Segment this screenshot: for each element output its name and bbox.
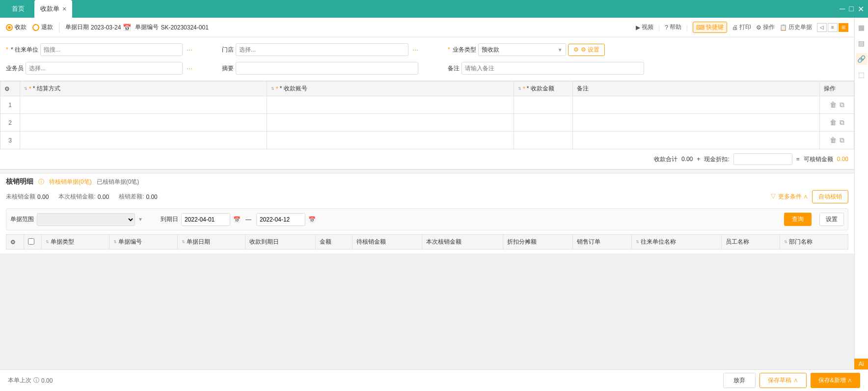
sidebar-expand-icon[interactable]: ⬚: [856, 69, 868, 81]
calendar-icon-2[interactable]: 📅: [233, 216, 241, 223]
biz-type-select[interactable]: 预收款 ▼: [478, 43, 566, 56]
save-draft-button[interactable]: 保存草稿 ∧: [760, 373, 806, 388]
select-all-checkbox[interactable]: [28, 238, 34, 245]
auto-writeoff-btn[interactable]: 自动核销: [812, 190, 848, 203]
table-row: 2 🗑 ⧉: [0, 114, 854, 132]
row1-account[interactable]: [267, 96, 514, 114]
partner-more-btn[interactable]: ···: [187, 46, 192, 54]
row1-settle[interactable]: [20, 96, 267, 114]
sidebar-list-icon[interactable]: ▤: [856, 37, 868, 49]
salesman-more-btn[interactable]: ···: [187, 64, 192, 72]
remark-input[interactable]: [461, 62, 644, 75]
row1-account-input[interactable]: [267, 96, 514, 113]
shop-more-btn[interactable]: ···: [412, 46, 418, 54]
tab-active-label: 收款单: [40, 4, 59, 13]
sidebar-link-icon[interactable]: 🔗: [856, 53, 868, 65]
row3-copy-icon[interactable]: ⧉: [840, 136, 844, 144]
row2-account[interactable]: [267, 114, 514, 132]
discard-button[interactable]: 放弃: [723, 373, 756, 388]
video-btn[interactable]: ▶ 视频: [636, 23, 653, 31]
tab-home[interactable]: 首页: [4, 0, 32, 18]
tab-close-icon[interactable]: ×: [62, 5, 66, 12]
row2-account-input[interactable]: [267, 114, 514, 131]
salesman-input[interactable]: [26, 62, 183, 75]
bth-settings[interactable]: ⚙: [6, 235, 24, 250]
help-btn[interactable]: ? 帮助: [665, 23, 681, 31]
current-value: 0.00: [98, 194, 109, 200]
radio-receive[interactable]: 收款: [6, 23, 27, 31]
save-new-button[interactable]: 保存&新增 ∧: [811, 373, 860, 388]
row3-account-input[interactable]: [267, 132, 514, 149]
row3-delete-icon[interactable]: 🗑: [830, 136, 837, 144]
history-btn[interactable]: 📋 历史单据: [780, 23, 812, 31]
sort-icon-2: ⇅: [271, 86, 274, 91]
row1-settle-input[interactable]: [20, 96, 267, 113]
row1-amount-input[interactable]: [514, 96, 572, 113]
ai-badge[interactable]: Ai: [854, 359, 868, 369]
row3-settle-input[interactable]: [20, 132, 267, 149]
memo-input[interactable]: [236, 62, 418, 75]
minimize-icon[interactable]: ─: [840, 4, 845, 14]
calendar-icon-3[interactable]: 📅: [308, 216, 316, 223]
row2-amount[interactable]: [514, 114, 573, 132]
print-btn[interactable]: 🖨 打印: [732, 23, 751, 31]
due-label: 到期日: [161, 215, 178, 223]
pending-tab[interactable]: 待核销单据(0笔): [49, 178, 92, 186]
row3-remark-input[interactable]: [573, 132, 819, 149]
query-btn[interactable]: 查询: [784, 213, 812, 226]
partner-input[interactable]: [40, 43, 183, 56]
shortcut-btn[interactable]: ⌨ 快捷键: [693, 22, 727, 33]
row2-amount-input[interactable]: [514, 114, 572, 131]
close-icon[interactable]: ✕: [858, 4, 864, 14]
help-icon: ?: [665, 24, 668, 31]
th-settings[interactable]: ⚙: [0, 82, 20, 96]
date-to-input[interactable]: [256, 213, 305, 226]
layout-icon-1[interactable]: ◁: [817, 23, 827, 32]
info-icon[interactable]: ⓘ: [38, 178, 44, 186]
radio-refund[interactable]: 退款: [32, 23, 53, 31]
row3-account[interactable]: [267, 132, 514, 149]
radio-dot-refund: [32, 24, 39, 31]
shortcut-icon: ⌨: [696, 24, 705, 31]
tab-active[interactable]: 收款单 ×: [34, 0, 72, 18]
row1-remark[interactable]: [573, 96, 820, 114]
form-row-2: 业务员 ··· 摘要 备注: [6, 60, 848, 77]
row3-amount-input[interactable]: [514, 132, 572, 149]
row2-remark[interactable]: [573, 114, 820, 132]
discount-input[interactable]: [733, 153, 792, 165]
layout-icon-list[interactable]: ≡: [828, 23, 838, 32]
operation-btn[interactable]: ⚙ 操作: [756, 23, 775, 31]
more-conditions-btn[interactable]: ▽ 更多条件 ∧: [770, 193, 808, 201]
row3-settle[interactable]: [20, 132, 267, 149]
chevron-down-icon: ▼: [558, 47, 563, 53]
th-settle-method: ⇅ * * 结算方式: [20, 82, 267, 96]
row1-delete-icon[interactable]: 🗑: [830, 101, 837, 109]
row2-settle-input[interactable]: [20, 114, 267, 131]
row2-delete-icon[interactable]: 🗑: [830, 118, 837, 127]
filter-settings-btn[interactable]: 设置: [819, 213, 844, 226]
bth-checkbox[interactable]: [24, 235, 42, 250]
row1-copy-icon[interactable]: ⧉: [840, 101, 844, 109]
writeoff-title: 核销明细: [6, 177, 33, 186]
shop-input[interactable]: [236, 43, 408, 56]
row2-remark-input[interactable]: [573, 114, 819, 131]
limit-icon[interactable]: ⓘ: [33, 376, 39, 385]
row3-remark[interactable]: [573, 132, 820, 149]
row3-amount[interactable]: [514, 132, 573, 149]
row2-copy-icon[interactable]: ⧉: [840, 118, 844, 127]
done-tab[interactable]: 已核销单据(0笔): [97, 178, 139, 186]
shop-label: 门店: [222, 46, 234, 54]
th-account: ⇅ * * 收款账号: [267, 82, 514, 96]
diff-label: 核销差额:: [119, 193, 144, 201]
settings-button[interactable]: ⚙ ⚙ 设置: [568, 44, 605, 56]
row1-amount[interactable]: [514, 96, 573, 114]
date-from-input[interactable]: [181, 213, 230, 226]
range-select[interactable]: [37, 213, 135, 226]
sidebar-table-icon[interactable]: ▦: [856, 22, 868, 33]
equals-sign: =: [796, 156, 800, 163]
row1-remark-input[interactable]: [573, 96, 819, 113]
maximize-icon[interactable]: □: [849, 4, 854, 14]
layout-icon-grid[interactable]: ⊞: [839, 23, 848, 32]
row2-settle[interactable]: [20, 114, 267, 132]
calendar-icon-1[interactable]: 📅: [123, 24, 131, 31]
